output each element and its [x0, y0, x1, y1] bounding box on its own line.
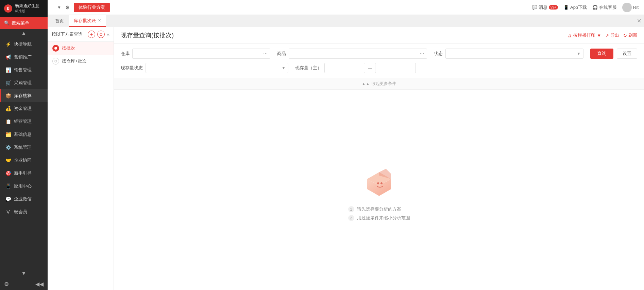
online-service-button[interactable]: 🎧 在线客服	[592, 4, 617, 11]
sidebar-item-enterprise[interactable]: 🤝 企业协同	[0, 154, 48, 167]
filter-warehouse: 仓库 ···	[121, 49, 270, 59]
query-button[interactable]: 查询	[590, 49, 613, 59]
filter-status: 状态 有库存 无库存 ▼	[434, 49, 583, 59]
trial-button[interactable]: 体验行业方案	[74, 3, 110, 12]
app-name: 畅康通好生意	[15, 3, 39, 9]
product-input[interactable]	[289, 49, 427, 59]
settings-button[interactable]: 设置	[617, 49, 637, 59]
stock-status-label: 现存量状态	[121, 65, 143, 71]
enterprise-icon: 🤝	[5, 157, 11, 163]
right-panel: 现存量查询(按批次) 🖨 按模板打印 ▼ ↗ 导出 ↻ 刷新	[114, 27, 644, 290]
sidebar-item-app-center[interactable]: 📱 应用中心	[0, 180, 48, 193]
export-button[interactable]: ↗ 导出	[605, 32, 619, 38]
member-icon: V	[5, 209, 11, 215]
add-plan-button[interactable]: +	[88, 31, 95, 38]
headset-icon: 🎧	[592, 5, 598, 10]
app-center-icon: 📱	[5, 183, 11, 189]
enterprise-wechat-icon: 💬	[5, 196, 11, 202]
sales-icon: 📊	[5, 67, 11, 73]
app-logo: b	[4, 4, 12, 13]
collapse-sidebar-icon[interactable]: ◀◀	[35, 281, 44, 287]
filter-stock-qty: 现存量（主） —	[295, 63, 463, 73]
breadcrumb-dropdown[interactable]: ▼	[57, 5, 61, 10]
finance-icon: 💰	[5, 106, 11, 112]
stock-status-select[interactable]	[146, 63, 288, 73]
collapse-up-icon: ▲▲	[362, 81, 370, 86]
sidebar-item-system[interactable]: ⚙️ 系统管理	[0, 141, 48, 154]
sidebar-item-operations[interactable]: 📋 经营管理	[0, 115, 48, 128]
page-header: 现存量查询(按批次) 🖨 按模板打印 ▼ ↗ 导出 ↻ 刷新	[114, 27, 644, 44]
quick-nav-icon: ⚡	[5, 41, 11, 47]
empty-step-2: 2 用过滤条件来缩小分析范围	[348, 215, 410, 221]
tab-batch-account[interactable]: 库存批次账 ✕	[69, 15, 106, 27]
basic-info-icon: 🗂️	[5, 131, 11, 138]
purchase-icon: 🛒	[5, 80, 11, 86]
main-area: ▼ ⚙ 体验行业方案 💬 消息 99+ 📱 App下载 🎧 在线客服 Rit	[48, 0, 644, 290]
user-menu[interactable]: Rit	[622, 3, 639, 12]
scroll-down-button[interactable]: ▼	[0, 269, 48, 278]
newbie-icon: 🎯	[5, 170, 11, 176]
sidebar-item-member[interactable]: V 畅会员	[0, 205, 48, 218]
refresh-button[interactable]: ↻ 刷新	[623, 32, 637, 38]
content-area: 按以下方案查询 + ⊙ « 按批次 按仓库+批次	[48, 27, 644, 290]
warehouse-label: 仓库	[121, 51, 130, 57]
app-edition: 标准版	[15, 9, 39, 14]
plan-settings-button[interactable]: ⊙	[97, 31, 105, 38]
topbar-gear-icon[interactable]: ⚙	[65, 5, 70, 10]
sidebar-item-newbie[interactable]: 🎯 新手引导	[0, 167, 48, 180]
tab-home[interactable]: 首页	[50, 15, 69, 27]
user-name: Rit	[633, 5, 639, 10]
warehouse-more-icon[interactable]: ···	[263, 51, 268, 57]
page-close-button[interactable]: ✕	[637, 18, 641, 24]
sidebar-item-inventory[interactable]: 📦 库存核算	[0, 89, 48, 102]
tabbar: 首页 库存批次账 ✕ ✕	[48, 15, 644, 27]
sidebar-item-marketing[interactable]: 📢 营销推广	[0, 51, 48, 64]
search-menu-button[interactable]: 🔍 搜索菜单	[0, 17, 48, 29]
sidebar-item-finance[interactable]: 💰 资金管理	[0, 102, 48, 115]
sidebar-item-purchase[interactable]: 🛒 采购管理	[0, 76, 48, 89]
empty-step-1: 1 请先选择要分析的方案	[348, 206, 410, 212]
product-more-icon[interactable]: ···	[420, 51, 424, 57]
sidebar: b 畅康通好生意 标准版 🔍 搜索菜单 ▲ ⚡ 快捷导航 📢 营销推广 📊 销售…	[0, 0, 48, 290]
export-icon: ↗	[605, 33, 609, 38]
app-download-button[interactable]: 📱 App下载	[563, 4, 587, 11]
phone-icon: 📱	[563, 5, 569, 10]
message-icon: 💬	[532, 5, 537, 10]
filter-stock-status: 现存量状态 ▼	[121, 63, 288, 73]
stock-qty-max-input[interactable]	[375, 63, 416, 73]
sidebar-footer: ⚙ ◀◀	[0, 278, 48, 290]
print-button[interactable]: 🖨 按模板打印 ▼	[567, 32, 601, 38]
settings-footer-icon[interactable]: ⚙	[4, 281, 9, 287]
collapse-panel-button[interactable]: «	[107, 32, 109, 37]
stock-qty-min-input[interactable]	[324, 63, 365, 73]
sidebar-item-basic-info[interactable]: 🗂️ 基础信息	[0, 128, 48, 141]
status-label: 状态	[434, 51, 443, 57]
svg-point-0	[54, 47, 57, 50]
sidebar-item-enterprise-wechat[interactable]: 💬 企业微信	[0, 193, 48, 205]
empty-state: 1 请先选择要分析的方案 2 用过滤条件来缩小分析范围	[114, 90, 644, 290]
operations-icon: 📋	[5, 119, 11, 125]
scroll-up-button[interactable]: ▲	[0, 29, 48, 38]
tab-close-button[interactable]: ✕	[98, 18, 101, 23]
sidebar-item-quick-nav[interactable]: ⚡ 快捷导航	[0, 38, 48, 51]
svg-point-1	[55, 60, 57, 62]
sidebar-item-sales[interactable]: 📊 销售管理	[0, 64, 48, 76]
avatar	[622, 3, 632, 12]
svg-point-6	[380, 182, 383, 184]
plan-item-by-warehouse-batch[interactable]: 按仓库+批次	[48, 55, 114, 68]
product-label: 商品	[277, 51, 286, 57]
left-panel: 按以下方案查询 + ⊙ « 按批次 按仓库+批次	[48, 27, 114, 290]
collapse-filters-button[interactable]: ▲▲ 收起更多条件	[114, 78, 644, 90]
message-button[interactable]: 💬 消息 99+	[532, 4, 558, 11]
status-select[interactable]: 有库存 无库存	[445, 49, 583, 59]
filter-product: 商品 ···	[277, 49, 427, 59]
plan-item-by-batch[interactable]: 按批次	[48, 42, 114, 55]
svg-point-5	[377, 182, 379, 184]
topbar: ▼ ⚙ 体验行业方案 💬 消息 99+ 📱 App下载 🎧 在线客服 Rit	[48, 0, 644, 15]
warehouse-input[interactable]	[132, 49, 270, 59]
print-icon: 🖨	[567, 33, 572, 38]
inventory-icon: 📦	[5, 93, 11, 99]
filter-area: 仓库 ··· 商品 ··· 状态	[114, 44, 644, 78]
plan-active-icon	[52, 45, 59, 52]
filter-row-1: 仓库 ··· 商品 ··· 状态	[121, 49, 637, 59]
